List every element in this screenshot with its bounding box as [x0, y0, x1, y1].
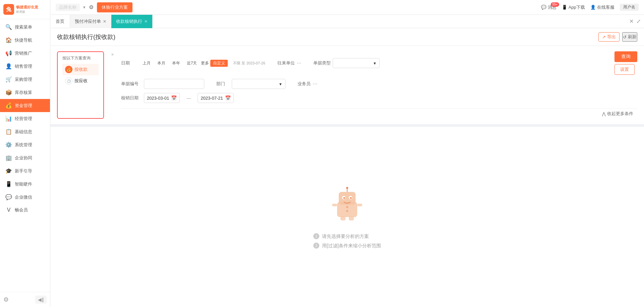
purchase-icon: 🛒	[5, 76, 12, 83]
svg-rect-11	[349, 216, 354, 220]
writeoff-date-end-input[interactable]: 2023-07-21 📅	[198, 93, 234, 103]
writeoff-date-start-input[interactable]: 2023-03-01 📅	[144, 93, 180, 103]
logo-badge: 标准版	[16, 10, 38, 14]
filter-settings-button[interactable]: 设置	[614, 64, 635, 75]
doc-type-filter: 单据类型 ▾	[313, 58, 380, 68]
page-header: 收款核销执行(按收款) ↗ 导出 ↺ 刷新	[50, 28, 644, 46]
message-button[interactable]: 💬 消息 99+	[541, 4, 556, 10]
date-label: 日期	[121, 60, 135, 66]
date-tab-this-year[interactable]: 本年	[169, 60, 183, 67]
tip-num-2: 2	[313, 243, 319, 249]
filter-option-by-receivable[interactable]: 🕐 按应收	[62, 75, 99, 87]
enterprise-icon: 🏢	[5, 155, 12, 161]
tab-close-window-icon[interactable]: ✕	[629, 18, 634, 24]
filter-option-by-collection[interactable]: 💰 按收款	[62, 64, 99, 75]
export-icon: ↗	[602, 35, 606, 40]
search-icon: 🔍	[5, 24, 12, 30]
user-info[interactable]: 用户名	[620, 4, 639, 11]
query-button[interactable]: 查询	[614, 51, 637, 62]
collapse-filter-button[interactable]: »	[109, 52, 116, 57]
counterparty-filter: 往来单位 ···	[277, 60, 301, 66]
sidebar-item-finance[interactable]: 💰 资金管理	[0, 99, 50, 112]
sidebar-item-basic[interactable]: 📋 基础信息	[0, 125, 50, 138]
sidebar-item-label: 库存核算	[15, 90, 32, 96]
salesperson-label: 业务员	[298, 81, 311, 87]
date-tab-more[interactable]: 更多	[201, 60, 209, 66]
sidebar-item-label: 快捷导航	[15, 37, 32, 43]
sidebar-item-marketing[interactable]: 📢 营销推广	[0, 47, 50, 60]
query-actions: 查询 设置	[614, 51, 637, 75]
date-tab-7days[interactable]: 近7天	[184, 60, 200, 67]
sidebar-item-member[interactable]: V 畅会员	[0, 204, 50, 216]
doc-number-input[interactable]	[144, 79, 204, 89]
sidebar-item-purchase[interactable]: 🛒 采购管理	[0, 73, 50, 86]
chevron-down-icon[interactable]: ▾	[83, 5, 86, 10]
sidebar-item-guide[interactable]: 🎓 新手引导	[0, 164, 50, 177]
sidebar-item-label: 资金管理	[15, 103, 32, 109]
sidebar-item-hardware[interactable]: 📱 智能硬件	[0, 177, 50, 191]
export-button[interactable]: ↗ 导出	[598, 32, 620, 42]
app-download-button[interactable]: 📱 App下载	[562, 4, 585, 10]
date-tab-this-month[interactable]: 本月	[155, 60, 168, 67]
tab-expand-icon[interactable]: ⤢	[636, 18, 641, 24]
collapse-sidebar-button[interactable]: ◀‖	[35, 296, 47, 304]
sidebar-item-inventory[interactable]: 📦 库存核算	[0, 86, 50, 99]
chevron-down-icon: ▾	[374, 61, 376, 66]
sidebar-item-label: 智能硬件	[15, 181, 32, 187]
refresh-label: 刷新	[628, 34, 637, 40]
department-filter: 部门 ▾	[216, 79, 285, 89]
svg-point-13	[346, 210, 348, 212]
message-icon: 💬	[541, 5, 546, 10]
writeoff-date-end-text: 2023-07-21	[201, 96, 223, 101]
sidebar-item-search[interactable]: 🔍 搜索菜单	[0, 20, 50, 34]
online-service-button[interactable]: 👤 在线客服	[590, 4, 614, 10]
tip-text-2: 用[过滤]条件来缩小分析范围	[322, 241, 381, 250]
empty-state: 1 请先选择要分析的方案 2 用[过滤]条件来缩小分析范围	[50, 127, 644, 307]
tab-prepay-close-icon[interactable]: ✕	[103, 19, 106, 24]
sidebar-item-wecom[interactable]: 💬 企业微信	[0, 191, 50, 204]
content-area: 收款核销执行(按收款) ↗ 导出 ↺ 刷新 按以下方案查询 💰 按收款	[50, 28, 644, 307]
system-icon: ⚙️	[5, 142, 12, 148]
date-tab-last-month[interactable]: 上月	[140, 60, 153, 67]
filter-row-3: 核销日期 2023-03-01 📅 — 2023-07-21 📅	[121, 93, 637, 103]
industry-solution-button[interactable]: 休验行业方案	[97, 2, 132, 12]
header-brand: 品牌名称	[56, 4, 80, 11]
top-header: 品牌名称 ▾ ⚙ 休验行业方案 💬 消息 99+ 📱 App下载 👤 在线客服 …	[50, 0, 644, 15]
date-separator: —	[185, 96, 192, 101]
wecom-icon: 💬	[5, 194, 12, 200]
svg-rect-8	[332, 204, 337, 206]
tab-home[interactable]: 首页	[50, 15, 70, 28]
doc-type-select[interactable]: ▾	[333, 58, 380, 68]
sidebar-item-shortcut[interactable]: 🏠 快捷导航	[0, 34, 50, 47]
chevron-down-icon: ▾	[279, 82, 282, 87]
tab-collection-close-icon[interactable]: ✕	[144, 19, 148, 24]
sidebar-item-label: 企业协同	[15, 155, 32, 161]
department-select[interactable]: ▾	[232, 79, 285, 89]
counterparty-input[interactable]: ···	[297, 60, 301, 66]
settings-icon[interactable]: ⚙	[3, 296, 9, 303]
date-tab-custom[interactable]: 自定义	[210, 60, 228, 67]
finance-icon: 💰	[5, 102, 12, 109]
header-gear-icon[interactable]: ⚙	[89, 4, 94, 10]
refresh-button[interactable]: ↺ 刷新	[622, 32, 637, 42]
sidebar-item-system[interactable]: ⚙️ 系统管理	[0, 138, 50, 151]
sidebar-item-label: 经营管理	[15, 116, 32, 122]
department-label: 部门	[216, 81, 230, 87]
sidebar-bottom: ⚙ ◀‖	[0, 292, 50, 307]
sidebar-item-enterprise[interactable]: 🏢 企业协同	[0, 151, 50, 164]
export-label: 导出	[607, 34, 616, 40]
salesperson-input[interactable]: ···	[313, 81, 317, 87]
sidebar-item-label: 搜索菜单	[15, 24, 32, 30]
tab-collection[interactable]: 收款核销执行 ✕	[111, 15, 153, 28]
tip-item-1: 1 请先选择要分析的方案	[313, 232, 381, 241]
counterparty-label: 往来单位	[277, 60, 295, 66]
collapse-more-button[interactable]: ⋀ 收起更多条件	[121, 108, 637, 119]
sidebar-item-label: 畅会员	[15, 207, 28, 213]
salesperson-filter: 业务员 ···	[298, 81, 317, 87]
tab-prepay[interactable]: 预付冲应付单 ✕	[70, 15, 111, 28]
sidebar-item-operation[interactable]: 📊 经营管理	[0, 112, 50, 125]
sidebar-item-sales[interactable]: 👤 销售管理	[0, 60, 50, 73]
tip-item-2: 2 用[过滤]条件来缩小分析范围	[313, 241, 381, 250]
svg-point-7	[346, 187, 348, 189]
svg-rect-10	[340, 216, 345, 220]
